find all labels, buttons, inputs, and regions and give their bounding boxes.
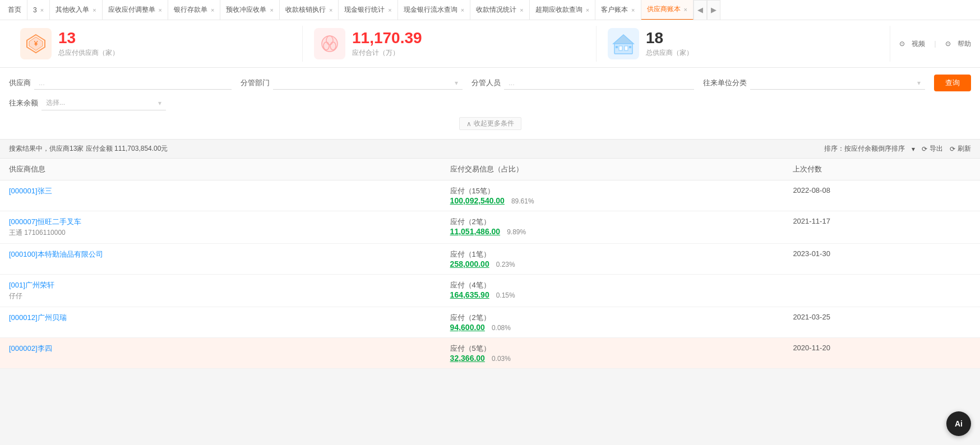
tx-label-2: 应付（1笔） (450, 249, 775, 259)
payable-suppliers-label: 总应付供应商（家） (58, 48, 119, 58)
supplier-link-1[interactable]: [000007]恒旺二手叉车 (9, 217, 81, 226)
video-icon: ⊙ (899, 40, 905, 48)
dept-select[interactable]: ▾ (273, 77, 463, 90)
search-button[interactable]: 查询 (934, 75, 971, 91)
table-row: [000001]张三应付（15笔）100,092,540.0089.61%202… (0, 180, 980, 211)
tx-pct-1: 9.89% (507, 228, 526, 236)
dept-chevron-icon: ▾ (455, 79, 458, 87)
td-supplier-1: [000007]恒旺二手叉车王通 17106110000 (0, 211, 441, 244)
svg-rect-9 (619, 46, 622, 50)
results-actions: 排序：按应付余额倒序排序 ▾ ⟳ 导出 ⟳ 刷新 (824, 144, 971, 154)
tx-amount-5[interactable]: 32,366.00 (450, 354, 485, 363)
nav-tab-collection-stats-close[interactable]: × (520, 7, 523, 13)
sort-chevron-icon: ▾ (912, 145, 915, 153)
nav-prev-arrow[interactable]: ◀ (694, 0, 707, 20)
nav-tab-customer-ledger-close[interactable]: × (631, 7, 635, 13)
nav-tab-bank-deposit-close[interactable]: × (211, 7, 214, 13)
tx-amount-0[interactable]: 100,092,540.00 (450, 196, 505, 205)
nav-tab-3-label: 3 (33, 6, 37, 14)
td-last-pay-5: 2020-11-20 (784, 338, 980, 369)
collapse-bar: ∧ 收起更多条件 (9, 115, 971, 132)
balance-select[interactable]: 选择... ▾ (41, 96, 166, 110)
nav-tab-bank-deposit[interactable]: 银行存款单 × (168, 0, 220, 20)
nav-tab-cash-stats[interactable]: 现金银行统计 × (339, 0, 397, 20)
th-last-pay: 上次付数 (784, 159, 980, 180)
nav-tab-cash-stats-close[interactable]: × (388, 7, 391, 13)
collapse-button[interactable]: ∧ 收起更多条件 (459, 117, 521, 130)
table-row: [000012]广州贝瑞应付（2笔）94,600.000.08%2021-03-… (0, 307, 980, 338)
nav-tab-3[interactable]: 3 × (27, 0, 50, 20)
supplier-label: 供应商 (9, 78, 31, 88)
nav-tab-supplier-ledger-close[interactable]: × (684, 6, 687, 13)
supplier-input[interactable] (34, 76, 232, 90)
td-supplier-5: [000002]李四 (0, 338, 441, 369)
nav-tab-cash-flow-close[interactable]: × (461, 7, 464, 13)
supplier-link-0[interactable]: [000001]张三 (9, 187, 52, 195)
nav-tab-other-income-close[interactable]: × (93, 7, 96, 13)
td-tx-1: 应付（2笔）11,051,486.009.89% (441, 211, 784, 244)
supplier-link-2[interactable]: [000100]本特勤油品有限公司 (9, 250, 103, 258)
nav-tab-supplier-ledger[interactable]: 供应商账本 × (641, 0, 694, 20)
nav-tab-adjustment-close[interactable]: × (159, 7, 162, 13)
nav-tab-collection-close[interactable]: × (329, 7, 332, 13)
nav-tab-advance-label: 预收冲应收单 (226, 5, 266, 15)
nav-next-arrow[interactable]: ▶ (707, 0, 720, 20)
nav-tab-other-income[interactable]: 其他收入单 × (50, 0, 102, 20)
results-summary: 搜索结果中，供应商13家 应付金额 111,703,854.00元 (9, 144, 168, 154)
nav-tab-collection-stats[interactable]: 收款情况统计 × (470, 0, 529, 20)
svg-rect-11 (616, 46, 618, 48)
supplier-link-4[interactable]: [000012]广州贝瑞 (9, 313, 67, 322)
nav-tab-cash-flow[interactable]: 现金银行流水查询 × (398, 0, 470, 20)
supplier-link-3[interactable]: [001]广州荣轩 (9, 281, 54, 289)
tx-amount-1[interactable]: 11,051,486.00 (450, 227, 501, 236)
person-input[interactable] (504, 76, 694, 90)
td-tx-2: 应付（1笔）258,000.000.23% (441, 244, 784, 275)
tx-label-1: 应付（2笔） (450, 217, 775, 227)
refresh-button[interactable]: ⟳ 刷新 (950, 144, 971, 154)
category-label: 往来单位分类 (703, 78, 747, 88)
nav-tab-customer-ledger[interactable]: 客户账本 × (595, 0, 641, 20)
tx-pct-4: 0.08% (492, 324, 511, 332)
help-link[interactable]: 帮助 (958, 39, 971, 49)
grain-icon (314, 28, 345, 59)
nav-tab-other-income-label: 其他收入单 (56, 5, 89, 15)
summary-bar: ¥ 13 总应付供应商（家） 11,170.39 应付合计（万） (0, 20, 980, 68)
nav-tab-collection[interactable]: 收款核销执行 × (280, 0, 339, 20)
tx-amount-2[interactable]: 258,000.00 (450, 259, 489, 268)
balance-placeholder: 选择... (46, 98, 65, 108)
nav-tab-overdue-close[interactable]: × (586, 7, 589, 13)
nav-tab-advance[interactable]: 预收冲应收单 × (220, 0, 279, 20)
export-icon: ⟳ (922, 145, 927, 153)
export-button[interactable]: ⟳ 导出 (922, 144, 943, 154)
th-tx-info: 应付交易信息（占比） (441, 159, 784, 180)
summary-total-suppliers-text: 18 总供应商（家） (646, 30, 693, 58)
td-tx-4: 应付（2笔）94,600.000.08% (441, 307, 784, 338)
svg-marker-8 (613, 35, 634, 44)
collapse-up-icon: ∧ (466, 120, 471, 128)
nav-tab-adjustment[interactable]: 应收应付调整单 × (103, 0, 168, 20)
nav-tab-3-close[interactable]: × (40, 7, 44, 13)
nav-tab-adjustment-label: 应收应付调整单 (108, 5, 155, 15)
nav-tab-overdue[interactable]: 超期应收款查询 × (530, 0, 595, 20)
video-link[interactable]: 视频 (912, 39, 925, 49)
td-supplier-4: [000012]广州贝瑞 (0, 307, 441, 338)
table-header-row: 供应商信息 应付交易信息（占比） 上次付数 (0, 159, 980, 180)
nav-tab-home[interactable]: 首页 (2, 0, 27, 20)
td-last-pay-3 (784, 275, 980, 307)
tx-pct-0: 89.61% (511, 197, 534, 205)
balance-label: 往来余额 (9, 98, 38, 108)
td-supplier-2: [000100]本特勤油品有限公司 (0, 244, 441, 275)
table-row: [000002]李四应付（5笔）32,366.000.03%2020-11-20 (0, 338, 980, 369)
tx-pct-5: 0.03% (492, 355, 511, 363)
refresh-icon: ⟳ (950, 145, 955, 153)
nav-tab-advance-close[interactable]: × (270, 7, 273, 13)
tx-amount-4[interactable]: 94,600.00 (450, 323, 485, 332)
category-select[interactable]: ▾ (750, 77, 926, 90)
tx-label-0: 应付（15笔） (450, 186, 775, 196)
category-chevron-icon: ▾ (917, 79, 921, 87)
export-label: 导出 (930, 144, 943, 154)
payable-total-label: 应付合计（万） (352, 48, 422, 58)
tx-amount-3[interactable]: 164,635.90 (450, 290, 489, 299)
nav-tab-supplier-ledger-label: 供应商账本 (647, 4, 681, 14)
supplier-link-5[interactable]: [000002]李四 (9, 344, 52, 353)
